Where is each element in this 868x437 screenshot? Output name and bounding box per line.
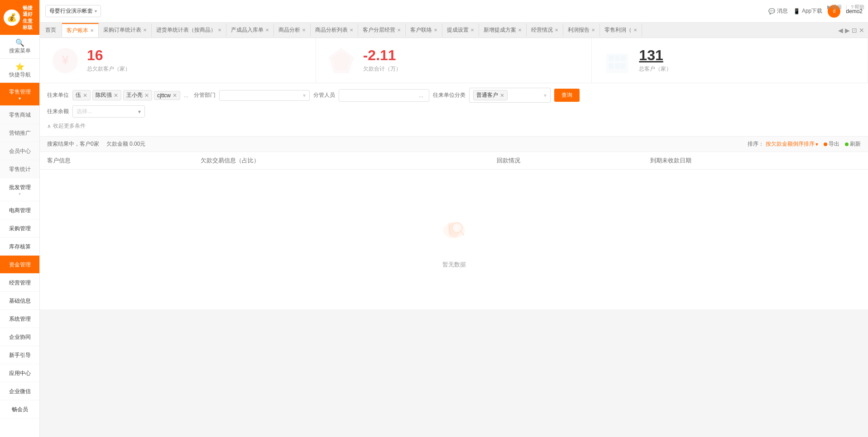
page-inner: ¥ 16 总欠款客户（家）	[40, 38, 868, 310]
tab-business-status[interactable]: 经营情况 ✕	[527, 24, 563, 37]
balance-dropdown[interactable]: 选择... ▾	[72, 105, 145, 118]
tab-home[interactable]: 首页	[40, 24, 62, 37]
collapse-button[interactable]: ∧ 收起更多条件	[47, 120, 861, 132]
chevron-down-icon: ▾	[95, 9, 97, 14]
sidebar-item-enterprise[interactable]: 企业协同	[0, 328, 39, 346]
person-filter-label: 分管人员	[313, 91, 335, 99]
sidebar-item-quick[interactable]: ⭐ 快捷导航	[0, 59, 39, 83]
filter-tag-cjttcw: cjttcw ✕	[154, 91, 180, 100]
tab-next-button[interactable]: ▶	[845, 27, 850, 34]
tab-label: 客户分层经营	[363, 26, 395, 34]
sort-dropdown[interactable]: 按欠款金额倒序排序 ▾	[766, 140, 818, 148]
sidebar-item-search[interactable]: 🔍 搜索菜单	[0, 35, 39, 59]
download-icon: 📱	[793, 8, 800, 14]
stat-info-2: -2.11 欠款合计（万）	[363, 48, 401, 73]
sidebar-item-finance[interactable]: 资金管理	[0, 256, 39, 274]
sidebar-item-app-center[interactable]: 应用中心	[0, 364, 39, 382]
tab-product-inbound[interactable]: 产成品入库单 ✕	[226, 24, 274, 37]
tab-close-icon[interactable]: ✕	[591, 28, 595, 33]
page-content: ¥ 16 总欠款客户（家）	[40, 38, 868, 437]
unit-type-label: 往来单位分类	[433, 91, 465, 99]
tab-close-icon[interactable]: ✕	[470, 28, 474, 33]
tab-expand-button[interactable]: ⊡	[852, 27, 857, 34]
account-label: 母婴行业演示帐套	[49, 7, 93, 15]
tag-remove-icon[interactable]: ✕	[114, 92, 118, 99]
tab-retail-profit[interactable]: 零售利润（ ✕	[600, 24, 642, 37]
app-download-button[interactable]: 📱 App下载	[793, 7, 822, 15]
tab-label: 商品分析列表	[315, 26, 348, 34]
sidebar-item-wholesale[interactable]: 批发管理 ▾	[0, 178, 39, 201]
stat-card-total-debt: -2.11 欠款合计（万）	[316, 38, 592, 83]
sidebar-item-retail-stats[interactable]: 零售统计	[0, 160, 39, 178]
stat-value-total-debt: -2.11	[363, 48, 401, 62]
message-button[interactable]: 💬 消息	[768, 7, 788, 15]
query-button[interactable]: 查询	[554, 89, 580, 102]
filter-row-1: 往来单位 伍 ✕ 陈民强 ✕ 王小亮	[47, 88, 861, 103]
person-more-button[interactable]: ...	[417, 91, 425, 100]
refresh-button[interactable]: 刷新	[845, 140, 861, 148]
message-label: 消息	[777, 7, 788, 15]
tag-remove-icon[interactable]: ✕	[173, 92, 177, 99]
stat-value-total-customers: 131	[639, 48, 671, 62]
tag-remove-icon[interactable]: ✕	[83, 92, 87, 99]
sidebar-item-newbie[interactable]: 新手引导	[0, 346, 39, 364]
collapse-label: 收起更多条件	[53, 122, 86, 130]
topbar: 母婴行业演示帐套 ▾ 💬 消息 📱 App下载 d demo2	[40, 0, 868, 23]
tag-remove-icon[interactable]: ✕	[144, 92, 149, 99]
sidebar-item-retail[interactable]: 零售管理 ▾	[0, 83, 39, 106]
sidebar-item-purchase[interactable]: 采购管理	[0, 219, 39, 238]
tab-close-icon[interactable]: ✕	[518, 28, 522, 33]
tag-remove-icon[interactable]: ✕	[500, 92, 504, 99]
tab-product-analysis[interactable]: 商品分析 ✕	[274, 24, 311, 37]
balance-placeholder: 选择...	[77, 108, 136, 115]
tab-product-analysis-list[interactable]: 商品分析列表 ✕	[311, 24, 358, 37]
tab-inbound-stats[interactable]: 进货单统计表（按商品） ✕	[152, 24, 226, 37]
tab-close-icon[interactable]: ✕	[143, 28, 147, 33]
stat-info-3: 131 总客户（家）	[639, 48, 671, 73]
tab-close-icon[interactable]: ✕	[90, 28, 94, 33]
chevron-icon-wholesale: ▾	[2, 191, 38, 196]
stat-label-debt-customers: 总欠款客户（家）	[87, 65, 130, 73]
tab-close-all-button[interactable]: ✕	[859, 27, 864, 34]
tab-close-icon[interactable]: ✕	[397, 28, 401, 33]
tab-close-icon[interactable]: ✕	[302, 28, 306, 33]
tab-accounts-receivable[interactable]: 客户账本 ✕	[62, 23, 99, 37]
tab-close-icon[interactable]: ✕	[434, 28, 437, 33]
logo-text: 畅捷通好生意 标版	[23, 5, 36, 30]
sidebar-item-marketing[interactable]: 营销推广	[0, 124, 39, 142]
tab-customer-tier[interactable]: 客户分层经营 ✕	[358, 24, 406, 37]
tab-purchase-order-stats[interactable]: 采购订单统计表 ✕	[99, 24, 152, 37]
sidebar-item-retail-mall[interactable]: 零售商城	[0, 106, 39, 124]
svg-rect-10	[621, 63, 625, 69]
person-dropdown[interactable]: ...	[339, 89, 429, 102]
dept-dropdown[interactable]: ▾	[219, 90, 310, 101]
stat-label-total-customers: 总客户（家）	[639, 65, 671, 73]
tab-close-icon[interactable]: ✕	[555, 28, 558, 33]
tab-profit-report[interactable]: 利润报告 ✕	[563, 24, 600, 37]
tab-new-promotion[interactable]: 新增提成方案 ✕	[479, 24, 527, 37]
tab-close-icon[interactable]: ✕	[350, 28, 353, 33]
tab-close-icon[interactable]: ✕	[633, 28, 637, 33]
sidebar-item-inventory[interactable]: 库存核算	[0, 238, 39, 256]
export-label: 导出	[829, 140, 839, 148]
sidebar-item-enterprise-wechat[interactable]: 企业微信	[0, 382, 39, 400]
sidebar-item-ecommerce[interactable]: 电商管理	[0, 201, 39, 219]
tab-prev-button[interactable]: ◀	[838, 27, 843, 34]
unit-type-dropdown[interactable]: 普通客户 ✕ ▾	[469, 88, 551, 103]
export-button[interactable]: 导出	[824, 140, 839, 148]
tab-customer-contact[interactable]: 客户联络 ✕	[406, 24, 442, 37]
sidebar-item-vip[interactable]: 畅会员	[0, 400, 39, 418]
col-due-date: 到期未收款日期	[643, 152, 868, 170]
sidebar-item-member[interactable]: 会员中心	[0, 142, 39, 160]
filter-more-button[interactable]: ...	[182, 91, 190, 100]
sidebar-item-basic-info[interactable]: 基础信息	[0, 292, 39, 310]
account-dropdown[interactable]: 母婴行业演示帐套 ▾	[45, 5, 101, 17]
filter-tag-normal-customer: 普通客户 ✕	[473, 90, 508, 100]
tag-text: cjttcw	[157, 92, 171, 99]
col-debt-info: 欠款交易信息（占比）	[193, 152, 489, 170]
sidebar-item-operations[interactable]: 经营管理	[0, 274, 39, 292]
tab-close-icon[interactable]: ✕	[265, 28, 269, 33]
tab-promotion-settings[interactable]: 提成设置 ✕	[442, 24, 479, 37]
sidebar-item-system[interactable]: 系统管理	[0, 310, 39, 328]
tab-close-icon[interactable]: ✕	[218, 28, 221, 33]
